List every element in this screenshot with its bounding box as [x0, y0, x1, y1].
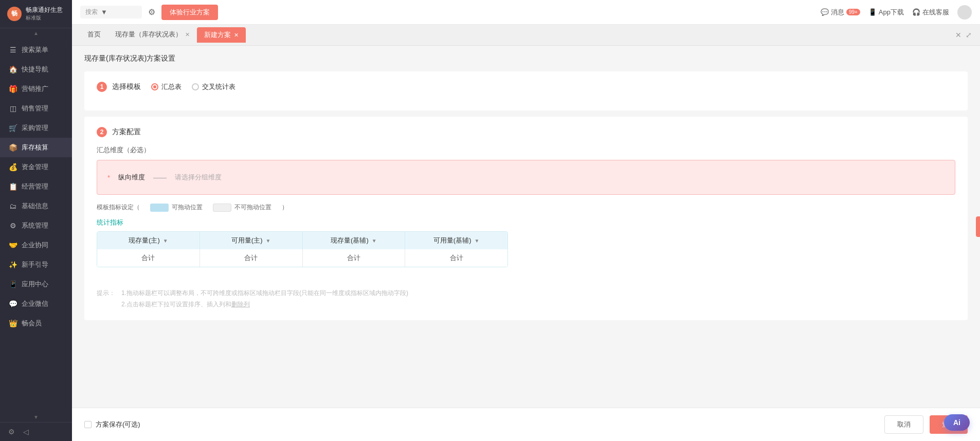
search-dropdown-icon[interactable]: ▼: [101, 8, 107, 16]
bottom-bar: 方案保存(可选) 取消 查询: [72, 408, 980, 441]
sidebar-item-finance[interactable]: 💰 资金管理: [0, 157, 72, 177]
sidebar-item-quick-nav[interactable]: 🏠 快捷导航: [0, 60, 72, 79]
indicator-legend: 模板指标设定（ 可拖动位置 不可拖动位置 ）: [97, 203, 955, 212]
stats-col-3-body: 合计: [303, 249, 406, 267]
message-btn[interactable]: 💬 消息 99+: [821, 8, 860, 17]
online-service-btn[interactable]: 🎧 在线客服: [912, 8, 949, 17]
section-config: 2 方案配置 汇总维度（必选） * 纵向维度 —— 请选择分组维度 模板指标设定…: [84, 117, 968, 320]
message-badge: 99+: [846, 9, 860, 15]
sidebar-item-wechat[interactable]: 💬 企业微信: [0, 294, 72, 314]
tab-inventory-status[interactable]: 现存量（库存状况表） ✕: [108, 25, 197, 45]
inventory-icon: 📦: [8, 143, 17, 152]
stats-col-2-body: 合计: [200, 249, 303, 267]
sidebar-nav: ☰ 搜索菜单 🏠 快捷导航 🎁 营销推广 ◫ 销售管理 🛒 采购管理 📦 库存核…: [0, 38, 72, 412]
sidebar-scroll-up[interactable]: ▲: [0, 28, 72, 38]
member-icon: 👑: [8, 319, 17, 328]
tip-text-1: 提示： 1.拖动标题栏可以调整布局，不可跨维度或指标区域拖动栏目字段(只能在同一…: [97, 288, 955, 299]
stats-section: 统计指标 现存量(主) ▼ 可用量(主) ▼ 现存量(基辅): [97, 218, 955, 267]
stats-table: 现存量(主) ▼ 可用量(主) ▼ 现存量(基辅) ▼ 可用量(基辅): [97, 231, 508, 267]
sidebar: 畅 畅康通好生意 标准版 ▲ ☰ 搜索菜单 🏠 快捷导航 🎁 营销推广 ◫ 销售…: [0, 0, 72, 441]
radio-summary[interactable]: 汇总表: [151, 82, 182, 91]
content-area: 现存量(库存状况表)方案设置 1 选择模板 汇总表 交叉统计表: [72, 46, 980, 408]
right-edge-btn[interactable]: [976, 216, 980, 237]
system-icon: ⚙: [8, 221, 17, 230]
stats-col-3-header[interactable]: 现存量(基辅) ▼: [303, 232, 406, 249]
finance-icon: 💰: [8, 162, 17, 172]
section-template: 1 选择模板 汇总表 交叉统计表: [84, 71, 968, 111]
section2-title: 方案配置: [112, 127, 141, 137]
base-info-icon: 🗂: [8, 201, 17, 211]
col4-chevron-icon[interactable]: ▼: [475, 238, 480, 244]
sidebar-item-sales[interactable]: ◫ 销售管理: [0, 99, 72, 118]
radio-summary-circle: [151, 83, 158, 90]
message-icon: 💬: [821, 8, 829, 16]
app-center-icon: 📱: [8, 280, 17, 289]
section2-num: 2: [97, 127, 107, 137]
col1-chevron-icon[interactable]: ▼: [163, 238, 168, 244]
sidebar-item-app-center[interactable]: 📱 应用中心: [0, 274, 72, 294]
sidebar-item-search-menu[interactable]: ☰ 搜索菜单: [0, 40, 72, 60]
stats-table-body: 合计 合计 合计 合计: [97, 249, 507, 267]
draggable-box: [150, 204, 169, 212]
stats-label: 统计指标: [97, 218, 955, 227]
sidebar-item-enterprise[interactable]: 🤝 企业协同: [0, 235, 72, 255]
draggable-legend: 可拖动位置: [150, 203, 203, 212]
sidebar-scroll-down[interactable]: ▼: [0, 412, 72, 422]
header-right: 💬 消息 99+ 📱 App下载 🎧 在线客服: [821, 5, 972, 20]
dimension-field-label: 纵向维度: [118, 173, 145, 182]
settings-gear-icon[interactable]: ⚙: [148, 7, 155, 17]
stats-table-header: 现存量(主) ▼ 可用量(主) ▼ 现存量(基辅) ▼ 可用量(基辅): [97, 232, 507, 249]
indicator-label-suffix: ）: [282, 203, 288, 212]
sidebar-item-member[interactable]: 👑 畅会员: [0, 314, 72, 333]
delete-col-link[interactable]: 删除列: [231, 301, 250, 308]
audio-icon[interactable]: ◁: [23, 428, 29, 436]
sidebar-item-inventory[interactable]: 📦 库存核算: [0, 138, 72, 157]
sidebar-item-marketing[interactable]: 🎁 营销推广: [0, 79, 72, 99]
draggable-label: 可拖动位置: [172, 203, 203, 212]
cancel-button[interactable]: 取消: [884, 415, 923, 434]
section1-num: 1: [97, 82, 107, 92]
col3-chevron-icon[interactable]: ▼: [372, 238, 377, 244]
non-draggable-label: 不可拖动位置: [234, 203, 271, 212]
save-checkbox[interactable]: 方案保存(可选): [84, 420, 140, 429]
header-search[interactable]: 搜索 ▼: [80, 6, 142, 19]
sidebar-bottom: ⚙ ◁: [0, 422, 72, 441]
aggregate-label: 汇总维度（必选）: [97, 145, 955, 155]
required-mark: *: [107, 174, 110, 181]
tab-new-plan-close-icon[interactable]: ✕: [234, 32, 239, 39]
sidebar-item-purchase[interactable]: 🛒 采购管理: [0, 118, 72, 138]
main: 搜索 ▼ ⚙ 体验行业方案 💬 消息 99+ 📱 App下载 🎧 在线客服 首页: [72, 0, 980, 441]
tab-bar: 首页 现存量（库存状况表） ✕ 新建方案 ✕ ✕ ⤢: [72, 25, 980, 46]
tab-close-all-icon[interactable]: ✕: [955, 31, 961, 39]
stats-col-4-header[interactable]: 可用量(基辅) ▼: [405, 232, 507, 249]
sidebar-item-operations[interactable]: 📋 经营管理: [0, 177, 72, 196]
user-avatar[interactable]: [957, 5, 972, 20]
stats-col-2-header[interactable]: 可用量(主) ▼: [200, 232, 303, 249]
tab-expand-icon[interactable]: ⤢: [966, 31, 972, 39]
trial-btn[interactable]: 体验行业方案: [161, 5, 218, 20]
col2-chevron-icon[interactable]: ▼: [266, 238, 271, 244]
sidebar-item-base-info[interactable]: 🗂 基础信息: [0, 196, 72, 216]
page-title: 现存量(库存状况表)方案设置: [84, 54, 968, 63]
dimension-box[interactable]: * 纵向维度 —— 请选择分组维度: [97, 160, 955, 195]
sales-icon: ◫: [8, 104, 17, 113]
guide-icon: ✨: [8, 260, 17, 269]
app-download-btn[interactable]: 📱 App下载: [868, 8, 904, 17]
search-text: 搜索: [85, 8, 98, 16]
radio-cross-circle: [192, 83, 199, 90]
tab-inventory-close-icon[interactable]: ✕: [185, 31, 190, 38]
sidebar-item-system[interactable]: ⚙ 系统管理: [0, 216, 72, 235]
settings-icon[interactable]: ⚙: [8, 428, 15, 436]
search-menu-icon: ☰: [8, 45, 17, 54]
radio-cross[interactable]: 交叉统计表: [192, 82, 235, 91]
stats-col-1-header[interactable]: 现存量(主) ▼: [97, 232, 200, 249]
sidebar-item-guide[interactable]: ✨ 新手引导: [0, 255, 72, 274]
ai-floating-button[interactable]: Ai: [944, 414, 970, 431]
tab-new-plan[interactable]: 新建方案 ✕: [197, 27, 246, 43]
non-draggable-legend: 不可拖动位置: [213, 203, 271, 212]
section1-header: 1 选择模板 汇总表 交叉统计表: [97, 82, 955, 92]
enterprise-icon: 🤝: [8, 241, 17, 250]
dimension-dash: ——: [153, 174, 167, 181]
tab-home[interactable]: 首页: [80, 25, 108, 45]
logo-text: 畅康通好生意: [26, 6, 63, 14]
